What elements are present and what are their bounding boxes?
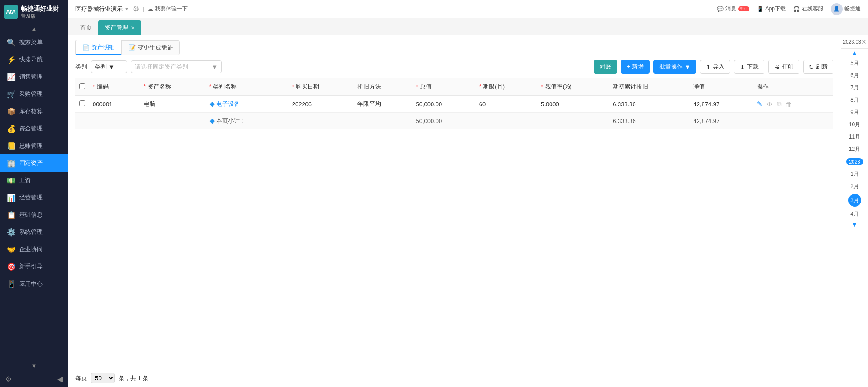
top-header: 医疗器械行业演示 ▼ ⚙ | ☁ 我要体验一下 💬 消息 99+ 📱 App下载… bbox=[68, 0, 868, 18]
th-residual-rate: * 残值率(%) bbox=[537, 78, 609, 96]
delete-icon[interactable]: 🗑 bbox=[785, 100, 792, 108]
subtotal-initial-accumulated-depreciation: 6,333.36 bbox=[609, 113, 689, 129]
calendar-month-11[interactable]: 11月 bbox=[841, 131, 868, 143]
cell-operations: ✎ 👁 ⧉ 🗑 bbox=[753, 96, 833, 113]
calendar-scroll-up[interactable]: ▲ bbox=[841, 49, 868, 57]
calendar-month-7[interactable]: 7月 bbox=[841, 82, 868, 94]
sub-tab-asset-detail[interactable]: 📄 资产明细 bbox=[75, 40, 122, 55]
enterprise-icon: 🤝 bbox=[7, 245, 15, 253]
th-purchase-date: * 购买日期 bbox=[288, 78, 354, 96]
experience-icon: ☁ bbox=[148, 6, 153, 12]
import-icon: ⬆ bbox=[706, 64, 711, 70]
tab-home[interactable]: 首页 bbox=[74, 20, 98, 35]
print-icon: 🖨 bbox=[774, 64, 780, 70]
sidebar-label-basic-info: 基础信息 bbox=[19, 211, 43, 219]
calendar-month-6[interactable]: 6月 bbox=[841, 69, 868, 82]
app-download-icon: 📱 bbox=[757, 6, 764, 12]
subtotal-row: 🔷 本页小计： 50,000.00 6,333.36 42,874.97 bbox=[75, 113, 833, 129]
sidebar-item-quick-nav[interactable]: ⚡ 快捷导航 bbox=[0, 51, 68, 68]
purchase-icon: 🛒 bbox=[7, 90, 15, 98]
tab-close-icon[interactable]: ✕ bbox=[131, 25, 135, 31]
calendar-month-12[interactable]: 12月 bbox=[841, 143, 868, 155]
calendar-scroll-down[interactable]: ▼ bbox=[841, 220, 868, 229]
sidebar-item-operations[interactable]: 📊 经营管理 bbox=[0, 189, 68, 206]
sales-icon: 📈 bbox=[7, 73, 15, 81]
sidebar-item-search[interactable]: 🔍 搜索菜单 bbox=[0, 34, 68, 51]
sidebar-item-inventory[interactable]: 📦 库存核算 bbox=[0, 103, 68, 120]
operations-icon: 📊 bbox=[7, 194, 15, 202]
reconcile-button[interactable]: 对账 bbox=[594, 60, 617, 74]
calendar-current-month[interactable]: 3月 bbox=[848, 194, 861, 207]
app-download-button[interactable]: 📱 App下载 bbox=[757, 5, 786, 13]
company-selector[interactable]: 医疗器械行业演示 ▼ bbox=[75, 5, 129, 13]
row-checkbox[interactable] bbox=[79, 100, 85, 106]
logo-icon: AtA bbox=[4, 5, 18, 19]
import-button[interactable]: ⬆ 导入 bbox=[700, 60, 730, 74]
pagination: 每页 50 100 200 条，共 1 条 bbox=[68, 369, 841, 387]
company-name: 医疗器械行业演示 bbox=[75, 5, 123, 13]
sidebar-item-basic-info[interactable]: 📋 基础信息 bbox=[0, 206, 68, 223]
sidebar-label-ledger: 总账管理 bbox=[19, 142, 43, 150]
sidebar-label-app-center: 应用中心 bbox=[19, 280, 43, 288]
sidebar-item-guide[interactable]: 🎯 新手引导 bbox=[0, 258, 68, 275]
batch-ops-button[interactable]: 批量操作 ▼ bbox=[653, 60, 696, 74]
user-menu[interactable]: 👤 畅捷通 bbox=[831, 3, 861, 15]
select-all-checkbox[interactable] bbox=[79, 83, 85, 89]
sidebar-item-payroll[interactable]: 💵 工资 bbox=[0, 172, 68, 189]
calendar-month-1[interactable]: 1月 bbox=[841, 168, 868, 180]
funds-icon: 💰 bbox=[7, 124, 15, 133]
customer-service-button[interactable]: 🎧 在线客服 bbox=[793, 5, 823, 13]
print-button[interactable]: 🖨 打印 bbox=[768, 60, 799, 74]
sidebar-item-ledger[interactable]: 📒 总账管理 bbox=[0, 137, 68, 154]
sub-tabs: 📄 资产明细 📝 变更生成凭证 bbox=[68, 35, 841, 55]
per-page-select[interactable]: 50 100 200 bbox=[91, 373, 115, 383]
edit-icon[interactable]: ✎ bbox=[757, 100, 763, 108]
filter-category-chevron: ▼ bbox=[109, 64, 114, 70]
header-settings-icon[interactable]: ⚙ bbox=[133, 5, 139, 13]
th-operations: 操作 bbox=[753, 78, 833, 96]
calendar-month-2[interactable]: 2月 bbox=[841, 180, 868, 193]
sidebar-item-sales[interactable]: 📈 销售管理 bbox=[0, 68, 68, 85]
side-panel-close-icon[interactable]: ✕ bbox=[861, 38, 867, 45]
view-icon[interactable]: 👁 bbox=[766, 100, 773, 108]
side-panel-year-label: 2023.03 bbox=[843, 39, 861, 45]
sidebar-item-funds[interactable]: 💰 资金管理 bbox=[0, 120, 68, 137]
assets-table: * 编码 * 资产名称 * 类别名称 * 购买日期 折旧方法 * 原值 * 期限… bbox=[75, 78, 833, 129]
tab-home-label: 首页 bbox=[80, 24, 92, 32]
cell-original-value: 50,000.00 bbox=[412, 96, 475, 113]
sidebar-item-purchase[interactable]: 🛒 采购管理 bbox=[0, 85, 68, 103]
calendar-month-9[interactable]: 9月 bbox=[841, 106, 868, 119]
sidebar-item-app-center[interactable]: 📱 应用中心 bbox=[0, 275, 68, 293]
sidebar-scroll-up[interactable]: ▲ bbox=[0, 24, 68, 34]
copy-icon[interactable]: ⧉ bbox=[777, 100, 782, 108]
sidebar-collapse-icon[interactable]: ◀ bbox=[57, 375, 63, 383]
sidebar-settings-icon[interactable]: ⚙ bbox=[5, 375, 12, 383]
app-center-icon: 📱 bbox=[7, 280, 15, 288]
th-code: * 编码 bbox=[89, 78, 140, 96]
tab-asset-management[interactable]: 资产管理 ✕ bbox=[98, 20, 141, 35]
calendar-month-8[interactable]: 8月 bbox=[841, 94, 868, 106]
table-row: 000001 电脑 🔷 电子设备 202206 年限平均 50,000.00 6… bbox=[75, 96, 833, 113]
message-button[interactable]: 💬 消息 99+ bbox=[717, 5, 749, 13]
calendar-month-10[interactable]: 10月 bbox=[841, 119, 868, 131]
download-button[interactable]: ⬇ 下载 bbox=[734, 60, 764, 74]
sidebar-item-system[interactable]: ⚙️ 系统管理 bbox=[0, 223, 68, 241]
download-label: 下载 bbox=[747, 63, 759, 71]
calendar-month-4[interactable]: 4月 bbox=[841, 208, 868, 220]
sub-tab-voucher-label: 变更生成凭证 bbox=[138, 44, 173, 52]
sub-tab-voucher-generate[interactable]: 📝 变更生成凭证 bbox=[122, 40, 180, 55]
sidebar-item-enterprise[interactable]: 🤝 企业协同 bbox=[0, 241, 68, 258]
side-panel: 2023.03 ✕ ⤢ ▲ 5月 6月 7月 8月 9月 10月 11月 12月… bbox=[841, 35, 868, 387]
sidebar-item-fixed-assets[interactable]: 🏢 固定资产 bbox=[0, 154, 68, 172]
download-icon: ⬇ bbox=[740, 64, 745, 70]
message-icon: 💬 bbox=[717, 6, 724, 12]
experience-button[interactable]: ☁ 我要体验一下 bbox=[148, 5, 188, 13]
refresh-button[interactable]: ↻ 刷新 bbox=[803, 60, 833, 74]
message-badge: 99+ bbox=[738, 6, 749, 11]
calendar-month-5[interactable]: 5月 bbox=[841, 57, 868, 69]
new-button[interactable]: + 新增 bbox=[621, 60, 650, 74]
filter-category-select-value[interactable]: 请选择固定资产类别 ▼ bbox=[131, 60, 222, 73]
sidebar-label-funds: 资金管理 bbox=[19, 124, 43, 133]
filter-category-select-type[interactable]: 类别 ▼ bbox=[91, 60, 127, 73]
sidebar-scroll-down[interactable]: ▼ bbox=[0, 361, 68, 371]
